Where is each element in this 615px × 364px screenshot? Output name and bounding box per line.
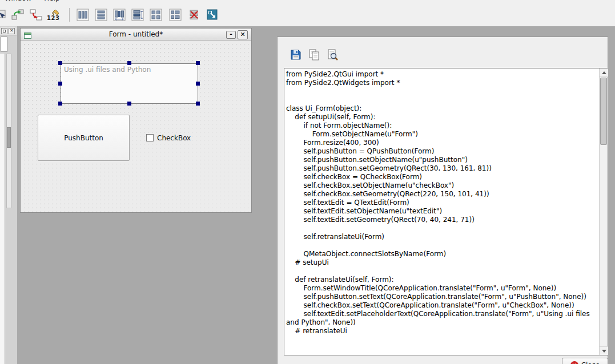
code-scrollbar[interactable] [599,68,608,355]
selection-handle-top-right[interactable] [196,61,200,65]
code-area: from PySide2.QtGui import *from PySide2.… [284,68,608,355]
code-preview-dialog: from PySide2.QtGui import *from PySide2.… [277,37,608,364]
code-line: self.checkBox.setGeometry(QRect(220, 150… [286,190,598,199]
code-editor[interactable]: from PySide2.QtGui import *from PySide2.… [284,68,599,355]
code-line: from PySide2.QtWidgets import * [286,79,598,87]
code-line: Form.resize(400, 300) [286,139,598,147]
menu-item-help[interactable]: Help [44,0,59,2]
layout-in-grid-icon[interactable] [148,7,163,22]
pushbutton-widget[interactable]: PushButton [38,115,130,161]
dock-header: ✕ [0,27,17,35]
code-line: self.checkBox.setText(QCoreApplication.t… [286,301,598,310]
selection-handle-bottom-middle[interactable] [127,102,131,106]
break-layout-icon[interactable] [187,7,202,22]
scrollbar-up-arrow[interactable] [600,68,608,77]
menu-item-window[interactable]: Window [5,0,31,2]
edit-widgets-icon[interactable] [0,7,8,22]
form-editor-window: Form - untitled* - ✕ Using .ui files and… [20,28,252,213]
close-x-icon: ✕ [570,361,578,364]
widget-box-dock: ✕ [0,26,17,364]
code-line: self.checkBox = QCheckBox(Form) [286,173,598,181]
form-minimize-button[interactable]: - [226,31,236,39]
code-line [286,224,598,233]
code-line: from PySide2.QtGui import * [286,70,598,79]
layout-vertically-in-splitter-icon[interactable] [130,7,145,22]
selection-handle-bottom-right[interactable] [196,102,200,106]
code-line: self.checkBox.setObjectName(u"checkBox") [286,181,598,190]
layout-in-form-icon[interactable] [168,7,183,22]
textedit-placeholder: Using .ui files and Python [64,66,151,74]
code-line [286,96,598,104]
code-line: if not Form.objectName(): [286,122,598,130]
code-line: self.retranslateUi(Form) [286,233,598,241]
qt-designer-app: Window Help 123 [0,0,615,364]
code-line: def retranslateUi(self, Form): [286,276,598,284]
edit-buddies-icon[interactable] [29,7,43,22]
dock-scrollbar[interactable] [6,54,11,208]
pushbutton-label: PushButton [64,134,103,142]
code-line: # setupUi [286,258,598,267]
code-line: class Ui_Form(object): [286,104,598,113]
edit-tab-order-icon[interactable]: 123 [47,7,64,22]
checkbox-label: CheckBox [157,134,191,142]
dialog-close-button[interactable]: ✕ Close [562,358,608,364]
dock-scrollbar-thumb[interactable] [7,127,11,148]
checkbox-widget[interactable]: CheckBox [146,126,204,149]
toolbar-separator [69,8,70,22]
form-close-button[interactable]: ✕ [238,30,248,39]
dock-float-button[interactable] [1,28,7,34]
code-line: Form.setWindowTitle(QCoreApplication.tra… [286,284,598,293]
code-line: def setupUi(self, Form): [286,113,598,122]
form-window-titlebar[interactable]: Form - untitled* - ✕ [21,29,251,41]
selection-handle-bottom-left[interactable] [58,102,62,106]
code-line [286,241,598,250]
dock-filter-box[interactable] [1,37,7,52]
code-line: self.pushButton.setGeometry(QRect(30, 13… [286,164,598,173]
code-line: self.textEdit.setGeometry(QRect(70, 40, … [286,216,598,224]
code-line [286,267,598,276]
code-line: self.pushButton = QPushButton(Form) [286,147,598,156]
code-line: Form.setObjectName(u"Form") [286,130,598,139]
code-line: self.textEdit.setObjectName(u"textEdit") [286,207,598,216]
code-line [286,87,598,96]
save-icon[interactable] [289,48,303,62]
find-icon[interactable] [325,48,339,62]
code-line: # retranslateUi [286,327,598,335]
code-line: self.textEdit = QTextEdit(Form) [286,199,598,207]
copy-icon[interactable] [307,48,321,62]
dialog-close-label: Close [581,361,600,364]
adjust-size-icon[interactable] [205,7,220,22]
code-line: self.textEdit.setPlaceholderText(QCoreAp… [286,310,598,327]
mdi-workspace: ✕ Form - untitled* - ✕ Using .ui file [0,26,615,364]
scrollbar-thumb[interactable] [600,78,607,145]
textedit-widget[interactable]: Using .ui files and Python [61,63,198,104]
form-canvas[interactable]: Using .ui files and Python PushButton Ch… [21,41,251,212]
layout-horizontally-in-splitter-icon[interactable] [112,7,127,22]
selection-handle-middle-left[interactable] [58,82,62,86]
selection-handle-top-middle[interactable] [127,61,131,65]
widget-box-list[interactable] [0,54,5,364]
dock-close-button[interactable]: ✕ [9,28,15,34]
main-toolbar: 123 [0,3,274,26]
scrollbar-down-arrow[interactable] [600,346,608,355]
checkbox-indicator[interactable] [146,134,154,141]
code-line: self.pushButton.setObjectName(u"pushButt… [286,156,598,164]
selection-handle-middle-right[interactable] [196,82,200,86]
layout-horizontally-icon[interactable] [75,7,90,22]
edit-signals-slots-icon[interactable] [10,7,25,22]
code-line: QMetaObject.connectSlotsByName(Form) [286,250,598,258]
form-window-title: Form - untitled* [21,29,251,41]
layout-vertically-icon[interactable] [94,7,108,22]
code-line: self.pushButton.setText(QCoreApplication… [286,293,598,301]
selection-handle-top-left[interactable] [58,61,62,65]
